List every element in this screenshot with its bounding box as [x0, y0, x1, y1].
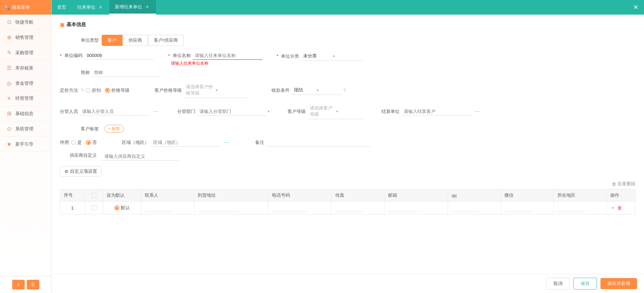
pricing-level-radio[interactable]: [105, 88, 110, 93]
batch-delete-button[interactable]: 🗑 批量删除: [60, 181, 636, 187]
sidebar-item-basic-info[interactable]: ⊞ 基础信息: [0, 106, 51, 121]
finance-icon: ◎: [6, 80, 13, 87]
window-close-button[interactable]: ✕: [628, 0, 644, 15]
manager-more-icon[interactable]: ···: [152, 108, 159, 115]
unit-btn-both[interactable]: 客户/供应商: [148, 35, 184, 46]
qq-input[interactable]: [451, 204, 479, 212]
sidebar-item-operations[interactable]: ≡ 经营管理: [0, 91, 51, 106]
manager-label: 分管人员: [60, 108, 78, 115]
sidebar-item-guide[interactable]: ★ 新手引导: [0, 137, 51, 152]
settlement-unit-more-icon[interactable]: ···: [473, 108, 481, 115]
disabled-no-radio[interactable]: [86, 140, 91, 145]
cell-address: [194, 202, 268, 214]
sidebar-item-quick-nav[interactable]: ⊙ 快捷导航: [0, 15, 51, 30]
pricing-row: 定价方法 ? 折扣 价格等级 客户价格等级: [60, 82, 636, 98]
add-tag-label: + 标签: [108, 126, 120, 132]
cancel-button[interactable]: 取消: [546, 278, 570, 290]
sidebar-footer-btn2[interactable]: ☰: [27, 280, 39, 290]
wechat-input[interactable]: [504, 204, 532, 212]
sidebar-item-finance[interactable]: ◎ 资金管理: [0, 76, 51, 91]
unit-name-input[interactable]: [193, 51, 262, 60]
unit-code-input[interactable]: [85, 51, 154, 60]
gear-icon: ⚙: [64, 169, 69, 174]
payment-terms-help-icon[interactable]: ?: [343, 88, 346, 93]
payment-terms-arrow-icon: ▾: [317, 88, 338, 92]
region-input[interactable]: [151, 138, 221, 147]
settlement-unit-input[interactable]: [402, 107, 471, 116]
customer-level-select[interactable]: 请选择客户等级 ▾: [308, 104, 363, 119]
dept-select[interactable]: ▾: [268, 109, 269, 113]
section-title-label: 基本信息: [66, 22, 86, 28]
tab-bar: 首页 往来单位 ✕ 新增往来单位 ✕ ✕: [52, 0, 644, 15]
unit-type-group: 客户 供应商 客户/供应商: [102, 35, 184, 46]
row-checkbox[interactable]: [92, 205, 96, 210]
row-add-icon[interactable]: ＋: [610, 205, 615, 211]
dept-input[interactable]: [197, 107, 267, 116]
add-tag-button[interactable]: + 标签: [104, 125, 124, 133]
unit-btn-supplier[interactable]: 供应商: [123, 35, 148, 46]
row-actions: ＋ 🗑: [610, 205, 632, 211]
customer-price-level-label: 客户价格等级: [155, 87, 182, 93]
contact-input[interactable]: [145, 204, 173, 212]
remark-input[interactable]: [266, 138, 371, 147]
content-area: ▣ 基本信息 单位类型 客户 供应商 客户/供应商 * 单位编码 *: [52, 15, 644, 274]
pricing-level-label: 价格等级: [111, 87, 129, 93]
sidebar-item-label: 采购管理: [15, 50, 33, 56]
pricing-discount-option[interactable]: 折扣: [86, 87, 101, 93]
tab-partner[interactable]: 往来单位 ✕: [72, 0, 109, 15]
row-default-dot: [116, 207, 118, 209]
phone-input[interactable]: [272, 204, 307, 212]
pricing-discount-radio[interactable]: [86, 88, 91, 93]
save-button[interactable]: 保存: [573, 278, 597, 290]
pricing-level-dot: [106, 89, 109, 91]
sidebar-search[interactable]: 🔍 搜索菜单: [0, 0, 51, 15]
unit-name-inner: * 单位名称: [168, 51, 262, 60]
unit-code-label: 单位编码: [64, 52, 83, 59]
sidebar-footer-btn1[interactable]: ≡: [12, 280, 25, 290]
short-name-input[interactable]: [92, 68, 162, 77]
customer-price-level-select[interactable]: 请选择客户价格等级 ▾: [184, 82, 246, 98]
sidebar-item-label: 库存核算: [15, 65, 33, 71]
email-input[interactable]: [388, 204, 423, 212]
address-input[interactable]: [198, 204, 239, 212]
pricing-help-icon[interactable]: ?: [81, 88, 84, 93]
sidebar-item-label: 新手引导: [15, 141, 33, 147]
location-input[interactable]: [557, 204, 585, 212]
sidebar-item-inventory[interactable]: ☰ 库存核算: [0, 60, 51, 76]
region-more-icon[interactable]: ···: [223, 139, 230, 146]
tab-new-partner[interactable]: 新增往来单位 ✕: [109, 0, 156, 15]
pricing-level-option[interactable]: 价格等级: [105, 87, 129, 93]
unit-category-arrow-icon: ▾: [333, 54, 362, 58]
disabled-no-label: 否: [92, 139, 97, 146]
manager-input[interactable]: [80, 107, 150, 116]
unit-btn-customer[interactable]: 客户: [102, 35, 123, 46]
cell-location: [554, 202, 607, 214]
tab-partner-close-icon[interactable]: ✕: [97, 4, 104, 10]
save-new-button[interactable]: 保存并新增: [600, 278, 637, 289]
sidebar-item-system[interactable]: ⊙ 系统管理: [0, 121, 51, 137]
sidebar-item-purchase[interactable]: ✎ 采购管理: [0, 45, 51, 60]
row-default-radio-circle[interactable]: [115, 205, 119, 210]
inventory-icon: ☰: [6, 65, 13, 71]
fax-input[interactable]: [335, 204, 363, 212]
tab-new-partner-close-icon[interactable]: ✕: [144, 4, 150, 10]
cell-seq: 1: [60, 202, 85, 214]
disabled-yes-label: 是: [77, 139, 82, 146]
disabled-yes-radio[interactable]: [71, 140, 76, 145]
cell-default: 默认: [103, 202, 141, 214]
disabled-no-option[interactable]: 否: [86, 139, 97, 146]
row-default-radio[interactable]: 默认: [107, 205, 138, 211]
disabled-yes-option[interactable]: 是: [71, 139, 82, 146]
main-area: 首页 往来单位 ✕ 新增往来单位 ✕ ✕ ▣ 基本信息 单位类型 客户 供应商 …: [52, 0, 644, 293]
customer-price-level-placeholder: 请选择客户价格等级: [186, 84, 214, 96]
custom-settings-button[interactable]: ⚙ 自定义项设置: [60, 166, 102, 177]
cell-wechat: [501, 202, 554, 214]
tab-home[interactable]: 首页: [52, 0, 72, 15]
payment-terms-select[interactable]: 现结 ▾: [292, 86, 340, 95]
sidebar-item-sales[interactable]: ⊕ 销售管理: [0, 30, 51, 45]
unit-category-select[interactable]: 未分类 ▾: [301, 51, 364, 61]
row-delete-icon[interactable]: 🗑: [617, 205, 622, 211]
header-checkbox[interactable]: [92, 193, 96, 198]
supplier-custom-input[interactable]: [102, 152, 179, 161]
sidebar-item-label: 销售管理: [15, 34, 33, 41]
